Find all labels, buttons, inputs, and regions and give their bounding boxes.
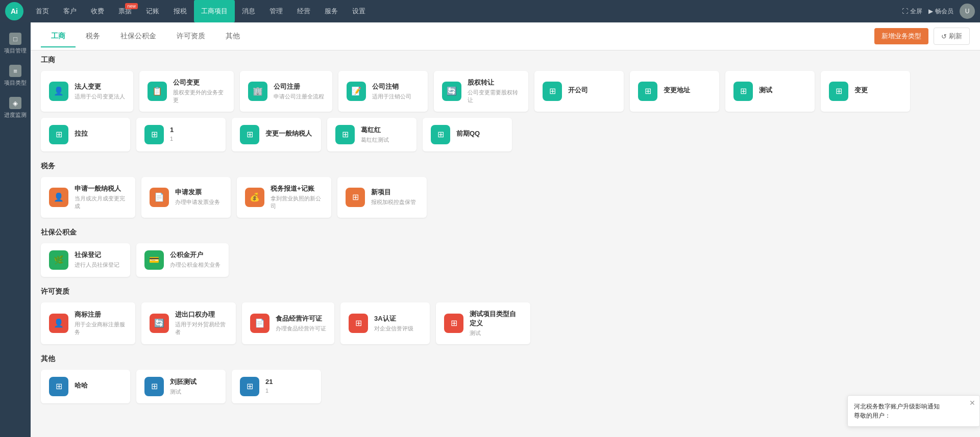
nav-item-tax[interactable]: 报税 [166, 0, 194, 22]
card-change-address[interactable]: ⊞ 变更地址 [630, 71, 719, 112]
member-btn[interactable]: ▶ 畅会员 [928, 7, 953, 16]
sidebar: □ 项目管理 ≡ 项目类型 ◈ 进度监测 [0, 22, 31, 437]
card-new-project[interactable]: ⊞ 新项目 报税加税控盘保管 [337, 177, 427, 218]
card-num21[interactable]: ⊞ 21 1 [232, 370, 321, 403]
sidebar-item-project-mgmt[interactable]: □ 项目管理 [0, 28, 31, 60]
tab-tax[interactable]: 税务 [76, 26, 110, 47]
top-nav: Ai 首页客户收费票据new记账报税工商项目消息管理经营服务设置 ⛶ 全屏 ▶ … [0, 0, 980, 22]
card-import-export[interactable]: 🔄 进出口权办理 适用于对外贸易经营者 [141, 302, 236, 344]
card-icon-provident-fund: 💳 [144, 250, 164, 270]
card-liupei-test[interactable]: ⊞ 刘胚测试 测试 [136, 370, 226, 403]
card-info-num21: 21 1 [265, 378, 313, 395]
card-legal-change[interactable]: 👤 法人变更 适用于公司变更法人 [41, 71, 133, 112]
card-gehonghong[interactable]: ⊞ 葛红红 葛红红测试 [327, 118, 416, 151]
section-title-industrial: 工商 [41, 56, 970, 65]
card-equity-transfer[interactable]: 🔄 股权转让 公司变更需要股权转让 [434, 71, 528, 112]
card-3a-cert[interactable]: ⊞ 3A认证 对企业信誉评级 [340, 302, 430, 344]
sidebar-item-progress[interactable]: ◈ 进度监测 [0, 92, 31, 124]
card-apply-general[interactable]: 👤 申请一般纳税人 当月或次月成变更完成 [41, 177, 135, 218]
card-title-trademark: 商标注册 [75, 310, 127, 319]
tab-other[interactable]: 其他 [215, 26, 250, 47]
card-title-apply-invoice: 申请发票 [175, 188, 223, 197]
card-early-qq[interactable]: ⊞ 前期QQ [423, 118, 512, 151]
card-desc-3a-cert: 对企业信誉评级 [374, 325, 422, 332]
card-company-change[interactable]: 📋 公司变更 股权变更外的业务变更 [139, 71, 234, 112]
card-title-legal-change: 法人变更 [75, 82, 125, 91]
card-icon-symbol-haha: ⊞ [56, 381, 62, 391]
fullscreen-btn[interactable]: ⛶ 全屏 [902, 7, 922, 16]
card-icon-symbol-lala: ⊞ [56, 130, 62, 139]
card-title-company-change: 公司变更 [173, 78, 226, 87]
card-social-register[interactable]: 🌿 社保登记 进行人员社保登记 [41, 243, 130, 277]
nav-item-clients[interactable]: 客户 [56, 0, 84, 22]
fullscreen-icon: ⛶ [902, 8, 908, 15]
card-desc-num21: 1 [265, 387, 313, 395]
card-info-open-company: 开公司 [568, 86, 616, 96]
nav-item-management[interactable]: 管理 [262, 0, 290, 22]
nav-item-settings[interactable]: 设置 [345, 0, 373, 22]
card-title-3a-cert: 3A认证 [374, 314, 422, 323]
avatar[interactable]: U [960, 4, 975, 19]
card-desc-apply-invoice: 办理申请发票业务 [175, 198, 223, 206]
card-info-test-type: 测试项目类型自定义 测试 [470, 310, 522, 337]
card-icon-food-license: 📄 [250, 314, 270, 333]
card-info-social-register: 社保登记 进行人员社保登记 [75, 250, 122, 269]
card-desc-company-change: 股权变更外的业务变更 [173, 89, 226, 105]
card-icon-symbol-apply-general: 👤 [54, 192, 64, 202]
card-open-company[interactable]: ⊞ 开公司 [534, 71, 624, 112]
app-logo: Ai [5, 2, 23, 20]
nav-item-tickets[interactable]: 票据new [111, 0, 139, 22]
card-icon-tax-report: 💰 [245, 188, 264, 207]
card-title-general-taxpayer-change: 变更一般纳税人 [265, 129, 313, 138]
card-trademark[interactable]: 👤 商标注册 用于企业商标注册服务 [41, 302, 135, 344]
new-type-button[interactable]: 新增业务类型 [874, 28, 928, 44]
card-general-taxpayer-change[interactable]: ⊞ 变更一般纳税人 [232, 118, 321, 151]
card-icon-general-taxpayer-change: ⊞ [240, 125, 259, 144]
card-icon-symbol-tax-report: 💰 [250, 192, 260, 202]
card-icon-apply-general: 👤 [49, 188, 68, 207]
nav-item-home[interactable]: 首页 [29, 0, 56, 22]
nav-item-messages[interactable]: 消息 [235, 0, 262, 22]
card-icon-symbol-open-company: ⊞ [549, 86, 556, 96]
card-num1[interactable]: ⊞ 1 1 [136, 118, 226, 151]
card-haha[interactable]: ⊞ 哈哈 [41, 370, 130, 403]
nav-item-accounting[interactable]: 记账 [139, 0, 166, 22]
card-icon-symbol-provident-fund: 💳 [149, 255, 159, 265]
card-icon-symbol-company-cancel: 📝 [351, 86, 361, 96]
nav-item-services[interactable]: 服务 [317, 0, 345, 22]
card-icon-change-address: ⊞ [638, 82, 657, 101]
card-desc-company-cancel: 适用于注销公司 [372, 93, 420, 100]
sidebar-item-project-type[interactable]: ≡ 项目类型 [0, 60, 31, 92]
card-title-new-project: 新项目 [371, 188, 419, 197]
tab-social[interactable]: 社保公积金 [110, 26, 166, 47]
card-title-gehonghong: 葛红红 [361, 125, 408, 135]
card-change[interactable]: ⊞ 变更 [821, 71, 910, 112]
card-desc-legal-change: 适用于公司变更法人 [75, 93, 125, 100]
card-info-change: 变更 [854, 86, 902, 96]
card-test[interactable]: ⊞ 测试 [725, 71, 815, 112]
notification-close-btn[interactable]: ✕ [969, 399, 975, 407]
card-icon-haha: ⊞ [49, 377, 68, 396]
tab-industrial[interactable]: 工商 [41, 26, 76, 47]
tab-license[interactable]: 许可资质 [166, 26, 215, 47]
card-icon-symbol-trademark: 👤 [54, 318, 64, 328]
card-company-cancel[interactable]: 📝 公司注销 适用于注销公司 [338, 71, 428, 112]
card-company-register[interactable]: 🏢 公司注册 申请公司注册全流程 [240, 71, 332, 112]
card-provident-fund[interactable]: 💳 公积金开户 办理公积金相关业务 [136, 243, 229, 277]
nav-item-operations[interactable]: 经营 [290, 0, 317, 22]
card-food-license[interactable]: 📄 食品经营许可证 办理食品经营许可证 [242, 302, 334, 344]
card-icon-change: ⊞ [829, 82, 848, 101]
nav-item-billing[interactable]: 收费 [84, 0, 111, 22]
card-icon-test: ⊞ [733, 82, 753, 101]
card-title-import-export: 进出口权办理 [175, 310, 228, 319]
card-tax-report[interactable]: 💰 税务报道+记账 拿到营业执照的新公司 [237, 177, 331, 218]
card-test-type[interactable]: ⊞ 测试项目类型自定义 测试 [436, 302, 530, 344]
card-desc-trademark: 用于企业商标注册服务 [75, 321, 127, 337]
card-title-num21: 21 [265, 378, 313, 385]
nav-item-industrial[interactable]: 工商项目 [194, 0, 235, 22]
refresh-button[interactable]: ↺ 刷新 [934, 28, 970, 45]
card-info-test: 测试 [759, 86, 806, 96]
card-icon-trademark: 👤 [49, 314, 68, 333]
card-apply-invoice[interactable]: 📄 申请发票 办理申请发票业务 [141, 177, 231, 218]
card-lala[interactable]: ⊞ 拉拉 [41, 118, 130, 151]
